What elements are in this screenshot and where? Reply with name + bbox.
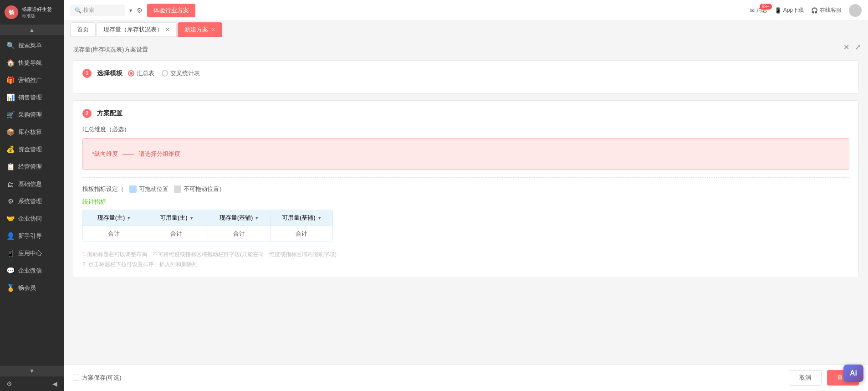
sidebar-label-finance: 资金管理: [18, 145, 42, 154]
hints-section: 1.拖动标题栏可以调整布局，不可跨维度或指标区域拖动栏目字段(只能在同一维度或指…: [82, 250, 849, 269]
save-checkbox[interactable]: [73, 375, 79, 381]
hint-1: 1.拖动标题栏可以调整布局，不可跨维度或指标区域拖动栏目字段(只能在同一维度或指…: [82, 250, 849, 260]
stats-header-cell[interactable]: 现存量(主)▾: [83, 210, 145, 226]
topbar-right: ✉ 消息 99+ 📱 App下载 🎧 在线客服: [750, 4, 862, 17]
stats-col-body: 合计: [170, 230, 182, 238]
tab-new-plan[interactable]: 新建方案✕: [178, 22, 222, 37]
stats-col-header: 可用量(主): [160, 214, 188, 222]
sidebar-icon-wechat: 💬: [6, 267, 15, 275]
hint-2: 2. 点击标题栏下拉可设置排序、插入列和删除列: [82, 260, 849, 270]
close-window-icon[interactable]: ✕: [843, 43, 849, 51]
sidebar-label-marketing: 营销推广: [18, 76, 42, 84]
search-placeholder: 搜索: [83, 6, 94, 14]
sidebar-item-quicknav[interactable]: 🏠快捷导航: [0, 54, 64, 72]
stats-header-row: 现存量(主)▾可用量(主)▾现存量(基辅)▾可用量(基辅)▾: [83, 210, 332, 226]
chevron-down-icon[interactable]: ▾: [255, 215, 258, 221]
stats-section: 统计指标 现存量(主)▾可用量(主)▾现存量(基辅)▾可用量(基辅)▾ 合计合计…: [82, 198, 849, 243]
radio-cross[interactable]: 交叉统计表: [162, 69, 200, 77]
cancel-button[interactable]: 取消: [789, 370, 822, 386]
sidebar-icon-search: 🔍: [6, 41, 15, 50]
topbar: 🔍 搜索 ▾ ⚙ 体验行业方案 ✉ 消息 99+ 📱 App下载 🎧 在线客服: [64, 0, 868, 21]
sidebar-item-purchase[interactable]: 🛒采购管理: [0, 106, 64, 123]
topbar-gear-icon[interactable]: ⚙: [137, 6, 143, 15]
template-radio-group: 汇总表 交叉统计表: [128, 69, 200, 77]
topbar-dropdown[interactable]: ▾: [129, 7, 132, 14]
tab-close-inventory[interactable]: ✕: [165, 26, 170, 33]
sidebar-item-management[interactable]: 📋经营管理: [0, 158, 64, 175]
sidebar-label-cooperation: 企业协同: [18, 215, 42, 223]
undraggable-indicator: 不可拖动位置）: [174, 185, 225, 193]
stats-body-cell: 合计: [145, 226, 208, 242]
sidebar-label-purchase: 采购管理: [18, 111, 42, 119]
step2-badge: 2: [82, 109, 92, 118]
sidebar-label-wechat: 企业微信: [18, 267, 42, 275]
summary-dim-label: 汇总维度（必选）: [82, 125, 849, 134]
indicator-settings: 模板指标设定（ 可拖动位置 不可拖动位置）: [82, 185, 849, 193]
tab-label-home: 首页: [77, 26, 89, 34]
stats-col-header: 现存量(主): [97, 214, 125, 222]
service-button[interactable]: 🎧 在线客服: [811, 6, 842, 14]
search-bar[interactable]: 🔍 搜索: [70, 5, 125, 16]
sidebar-item-marketing[interactable]: 🎁营销推广: [0, 72, 64, 89]
radio-label-summary: 汇总表: [137, 69, 154, 77]
sidebar-item-basic[interactable]: 🗂基础信息: [0, 175, 64, 193]
step1-panel: 1 选择模板 汇总表 交叉统计表: [73, 60, 859, 94]
user-avatar[interactable]: [849, 4, 862, 17]
tab-label-inventory: 现存量（库存状况表）: [103, 26, 163, 34]
tab-home[interactable]: 首页: [70, 22, 96, 37]
sidebar-scroll-down[interactable]: ▼: [0, 366, 64, 376]
app-logo: 畅: [5, 5, 18, 19]
sidebar-item-newbie[interactable]: 👤新手引导: [0, 227, 64, 245]
sidebar-label-management: 经营管理: [18, 163, 42, 171]
radio-label-cross: 交叉统计表: [170, 69, 200, 77]
chevron-down-icon[interactable]: ▾: [190, 215, 193, 221]
sidebar-item-search[interactable]: 🔍搜索菜单: [0, 37, 64, 54]
expand-window-icon[interactable]: ⤢: [855, 43, 861, 51]
sidebar-item-appcenter[interactable]: 📱应用中心: [0, 245, 64, 262]
sidebar-scroll-up[interactable]: ▲: [0, 25, 64, 35]
tabbar: 首页现存量（库存状况表）✕新建方案✕: [64, 21, 868, 38]
sidebar-item-finance[interactable]: 💰资金管理: [0, 141, 64, 158]
sidebar-settings-icon[interactable]: ⚙: [6, 380, 12, 387]
sidebar-item-wechat[interactable]: 💬企业微信: [0, 262, 64, 279]
radio-dot-summary[interactable]: [128, 70, 134, 77]
ai-float-button[interactable]: Ai: [843, 365, 863, 382]
sidebar-item-cooperation[interactable]: 🤝企业协同: [0, 210, 64, 227]
sidebar-item-system[interactable]: ⚙系统管理: [0, 193, 64, 210]
vertical-dim-area[interactable]: *纵向维度 —— 请选择分组维度: [82, 138, 849, 170]
stats-header-cell[interactable]: 可用量(主)▾: [145, 210, 208, 226]
page-title: 现存量(库存状况表)方案设置: [73, 46, 859, 54]
stats-title: 统计指标: [82, 198, 849, 206]
stats-body-cell: 合计: [271, 226, 332, 242]
step1-badge: 1: [82, 69, 92, 78]
sidebar-item-member[interactable]: 🏅畅会员: [0, 279, 64, 297]
trial-button[interactable]: 体验行业方案: [147, 4, 195, 17]
app-download-button[interactable]: 📱 App下载: [775, 6, 804, 14]
tab-inventory[interactable]: 现存量（库存状况表）✕: [97, 22, 177, 37]
sidebar-label-sales: 销售管理: [18, 93, 42, 102]
save-option[interactable]: 方案保存(可选): [73, 374, 122, 382]
chevron-down-icon[interactable]: ▾: [128, 215, 130, 221]
dim-dash: ——: [123, 151, 134, 158]
tab-close-new-plan[interactable]: ✕: [211, 26, 215, 33]
message-button[interactable]: ✉ 消息 99+: [750, 6, 767, 14]
sidebar-icon-cooperation: 🤝: [6, 215, 15, 223]
radio-dot-cross[interactable]: [162, 70, 168, 77]
sidebar-collapse-icon[interactable]: ◀: [52, 380, 57, 387]
draggable-label: 可拖动位置: [139, 185, 168, 193]
sidebar-icon-purchase: 🛒: [6, 111, 15, 119]
sidebar-icon-inventory: 📦: [6, 128, 15, 136]
dim-placeholder: 请选择分组维度: [139, 150, 180, 158]
sidebar-header: 畅 畅康通好生意 标准版: [0, 0, 64, 25]
chevron-down-icon[interactable]: ▾: [318, 215, 321, 221]
service-icon: 🎧: [811, 7, 818, 14]
sidebar-item-sales[interactable]: 📊销售管理: [0, 89, 64, 106]
indicator-settings-label: 模板指标设定（: [82, 185, 124, 193]
sidebar-item-inventory[interactable]: 📦库存核算: [0, 123, 64, 141]
stats-header-cell[interactable]: 可用量(基辅)▾: [271, 210, 332, 226]
sidebar-icon-member: 🏅: [6, 284, 15, 292]
stats-body-row: 合计合计合计合计: [83, 226, 332, 242]
stats-header-cell[interactable]: 现存量(基辅)▾: [208, 210, 271, 226]
radio-summary[interactable]: 汇总表: [128, 69, 154, 77]
step2-row: 2 方案配置: [82, 109, 849, 118]
